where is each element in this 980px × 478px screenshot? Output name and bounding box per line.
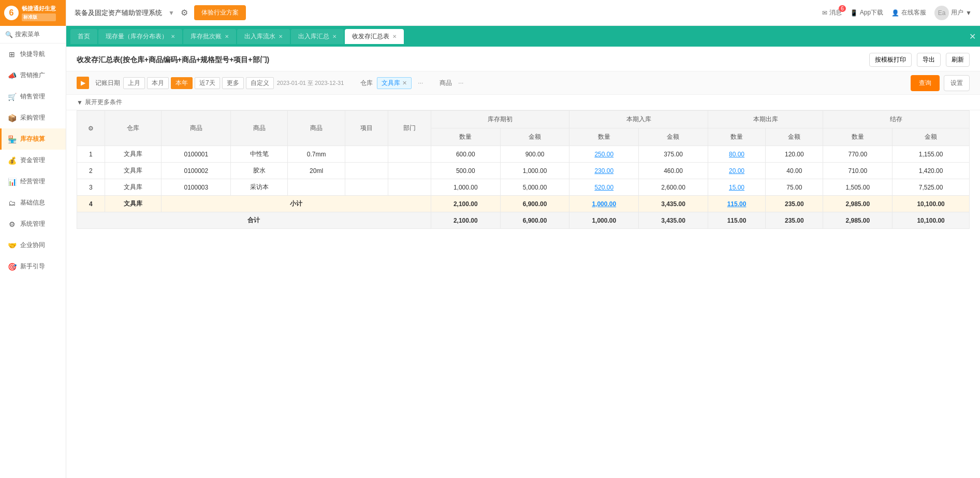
filter-action-buttons: 查询 设置: [911, 75, 970, 91]
search-menu[interactable]: 🔍 搜索菜单: [0, 26, 66, 44]
page-header: 收发存汇总表(按仓库+商品编码+商品+规格型号+项目+部门) 按模板打印 导出 …: [66, 47, 980, 71]
in-qty-link[interactable]: 520.00: [594, 184, 613, 191]
row-spec: 0.7mm: [287, 146, 345, 163]
topbar: 装备及固定资产辅助管理系统 ▼ ⚙ 体验行业方案 ✉ 消息 6 📱 App下载 …: [66, 0, 980, 26]
sidebar-item-purchase[interactable]: 📦 采购管理: [0, 107, 66, 128]
in-qty-link[interactable]: 250.00: [594, 151, 613, 158]
query-button[interactable]: 查询: [911, 75, 940, 91]
tab-close-inout-summary[interactable]: ✕: [332, 34, 337, 39]
tab-bar: 首页 现存量（库存分布表） ✕ 库存批次账 ✕ 出入库流水 ✕ 出入库汇总 ✕ …: [66, 26, 980, 47]
user-avatar: Ea: [934, 6, 949, 20]
tab-batch[interactable]: 库存批次账 ✕: [183, 29, 236, 44]
row-out-qty[interactable]: 80.00: [708, 146, 765, 163]
row-name: 采访本: [231, 179, 288, 196]
settings-gear-icon[interactable]: ⚙: [181, 8, 188, 18]
export-button[interactable]: 导出: [917, 53, 941, 67]
row-in-qty[interactable]: 230.00: [569, 163, 639, 179]
tab-inout-summary[interactable]: 出入库汇总 ✕: [291, 29, 344, 44]
online-service-button[interactable]: 👤 在线客服: [891, 8, 926, 17]
expand-conditions-button[interactable]: ▼ 展开更多条件: [77, 98, 970, 107]
user-button[interactable]: Ea 用户 ▼: [934, 6, 972, 20]
row-project: [345, 146, 388, 163]
warehouse-tag-remove-icon[interactable]: ✕: [402, 80, 407, 86]
sidebar-item-guide[interactable]: 🎯 新手引导: [0, 256, 66, 277]
out-qty-link[interactable]: 15.00: [729, 184, 744, 191]
message-button[interactable]: ✉ 消息 6: [822, 8, 842, 17]
trial-button[interactable]: 体验行业方案: [194, 5, 246, 20]
out-qty-link[interactable]: 20.00: [729, 167, 744, 175]
warehouse-tag[interactable]: 文具库 ✕: [377, 77, 412, 89]
row-open-qty: 600.00: [431, 146, 500, 163]
subtotal-out-qty-link[interactable]: 115.00: [727, 200, 747, 208]
tab-home[interactable]: 首页: [70, 29, 97, 44]
total-bal-amt: 10,100.00: [893, 212, 970, 229]
row-project: [345, 179, 388, 196]
refresh-button[interactable]: 刷新: [946, 53, 970, 67]
col-warehouse: 仓库: [105, 111, 162, 146]
sidebar-item-inventory[interactable]: 🏪 库存核算: [0, 128, 66, 150]
close-all-tabs-icon[interactable]: ✕: [969, 32, 976, 41]
sidebar-item-sales[interactable]: 🛒 销售管理: [0, 86, 66, 107]
main-content: 装备及固定资产辅助管理系统 ▼ ⚙ 体验行业方案 ✉ 消息 6 📱 App下载 …: [66, 0, 980, 478]
user-dropdown-icon: ▼: [966, 9, 972, 17]
marketing-icon: 📣: [8, 71, 16, 80]
row-in-qty[interactable]: 520.00: [569, 179, 639, 196]
subtotal-label: 小计: [162, 196, 431, 212]
tab-inout-flow[interactable]: 出入库流水 ✕: [237, 29, 290, 44]
date-btn-more[interactable]: 更多: [222, 77, 244, 89]
tab-close-inout-flow[interactable]: ✕: [279, 34, 283, 39]
row-out-qty[interactable]: 15.00: [708, 179, 765, 196]
finance-icon: 💰: [8, 156, 16, 165]
warehouse-filter-group: 仓库 文具库 ✕ ··· 商品 ···: [350, 77, 465, 89]
row-dept: [388, 146, 431, 163]
date-range-display: 2023-01-01 至 2023-12-31: [277, 79, 344, 87]
subtotal-out-qty[interactable]: 115.00: [708, 196, 765, 212]
filter-setting-button[interactable]: 设置: [944, 75, 970, 91]
row-out-qty[interactable]: 20.00: [708, 163, 765, 179]
row-warehouse: 文具库: [105, 179, 162, 196]
warehouse-more-button[interactable]: ···: [416, 79, 425, 86]
app-download-button[interactable]: 📱 App下载: [850, 8, 883, 17]
subtotal-in-qty[interactable]: 1,000.00: [569, 196, 639, 212]
date-btn-7days[interactable]: 近7天: [195, 77, 220, 89]
sidebar-item-marketing[interactable]: 📣 营销推广: [0, 65, 66, 86]
in-qty-link[interactable]: 230.00: [594, 167, 613, 175]
col-open-amt: 金额: [500, 128, 569, 146]
date-btn-custom[interactable]: 自定义: [246, 77, 274, 89]
col-settings[interactable]: ⚙: [77, 111, 105, 146]
tab-close-recv-send[interactable]: ✕: [392, 34, 397, 39]
filter-toggle-button[interactable]: ▶: [77, 77, 89, 89]
col-code: 商品: [162, 111, 231, 146]
expand-bar: ▼ 展开更多条件: [66, 95, 980, 110]
logo-text: 畅捷通好生意 标准版: [22, 5, 56, 21]
subtotal-bal-qty: 2,985.00: [823, 196, 893, 212]
total-bal-qty: 2,985.00: [823, 212, 893, 229]
row-warehouse: 文具库: [105, 163, 162, 179]
col-bal-amt: 金额: [893, 128, 970, 146]
sidebar-item-operations[interactable]: 📊 经营管理: [0, 171, 66, 192]
out-qty-link[interactable]: 80.00: [729, 151, 744, 158]
service-icon: 👤: [891, 9, 899, 17]
expand-arrow-icon: ▼: [77, 99, 83, 106]
col-group-in: 本期入库: [569, 111, 708, 128]
tab-stock-dist[interactable]: 现存量（库存分布表） ✕: [98, 29, 182, 44]
table-settings-icon[interactable]: ⚙: [88, 125, 94, 132]
sidebar-item-basic[interactable]: 🗂 基础信息: [0, 192, 66, 213]
tab-close-batch[interactable]: ✕: [225, 34, 229, 39]
goods-more-button[interactable]: ···: [456, 79, 465, 86]
date-filter-label: 记账日期: [95, 79, 120, 88]
total-in-amt: 3,435.00: [639, 212, 708, 229]
sidebar-item-enterprise[interactable]: 🤝 企业协同: [0, 235, 66, 256]
date-btn-this-month[interactable]: 本月: [147, 77, 169, 89]
tab-recv-send[interactable]: 收发存汇总表 ✕: [345, 29, 404, 44]
date-btn-last-month[interactable]: 上月: [123, 77, 145, 89]
date-btn-this-year[interactable]: 本年: [171, 77, 193, 89]
sidebar-item-quick-nav[interactable]: ⊞ 快捷导航: [0, 44, 66, 65]
print-button[interactable]: 按模板打印: [869, 53, 912, 67]
sidebar-item-system[interactable]: ⚙ 系统管理: [0, 213, 66, 235]
subtotal-warehouse: 文具库: [105, 196, 162, 212]
sidebar-item-finance[interactable]: 💰 资金管理: [0, 150, 66, 171]
tab-close-stock-dist[interactable]: ✕: [171, 34, 175, 39]
row-in-qty[interactable]: 250.00: [569, 146, 639, 163]
subtotal-in-qty-link[interactable]: 1,000.00: [592, 200, 616, 208]
